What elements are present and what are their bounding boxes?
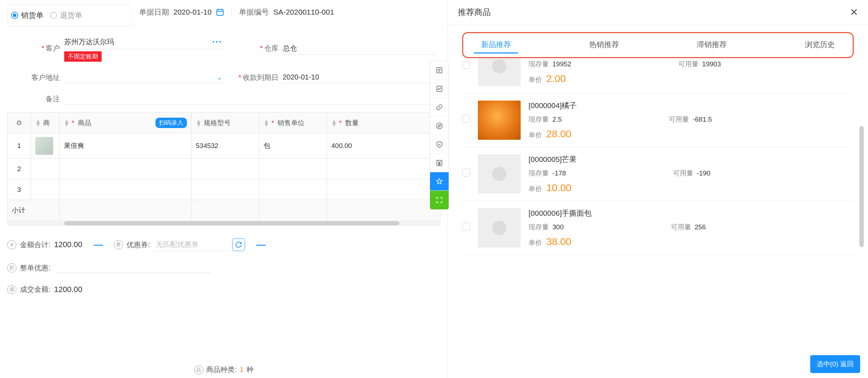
sort-icon[interactable]: ▲▼: [64, 119, 70, 126]
stock-value: -178: [552, 169, 566, 177]
price-value: 28.00: [546, 128, 571, 139]
recommend-item: [0000004]橘子 现存量2.5 可用量-681.5 单价28.00: [462, 93, 854, 147]
deal-label: 成交金额:: [20, 285, 51, 294]
deal-value: 1200.00: [54, 285, 83, 294]
table-row[interactable]: 3: [7, 179, 440, 200]
sort-icon[interactable]: ▲▼: [264, 119, 269, 126]
deal-icon: 成: [7, 285, 16, 294]
due-date-label: 收款到期日: [243, 73, 279, 81]
scan-input-button[interactable]: 扫码录入: [155, 118, 187, 128]
item-name: [0000005]芒果: [529, 154, 854, 164]
gear-icon[interactable]: ⚙: [16, 119, 22, 127]
warehouse-label: 仓库: [264, 44, 279, 52]
cell-spec[interactable]: 534532: [192, 133, 259, 159]
due-date-value[interactable]: 2020-01-10: [283, 73, 319, 81]
warehouse-value[interactable]: 总仓: [283, 44, 297, 52]
vertical-scrollbar[interactable]: [859, 126, 864, 247]
selected-return-button[interactable]: 选中(0) 返回: [810, 355, 861, 373]
cell-product[interactable]: 果倍爽: [60, 133, 192, 159]
toolbar-expand-icon[interactable]: [430, 191, 449, 209]
cell-unit[interactable]: 包: [259, 133, 327, 159]
stock-label: 现存量: [529, 60, 549, 68]
toolbar-chart-icon[interactable]: [430, 80, 449, 98]
price-value: 2.00: [546, 73, 566, 84]
yen-icon: ¥: [7, 240, 16, 249]
remark-input[interactable]: [64, 93, 440, 104]
stock-value: 19952: [552, 60, 571, 68]
tab-slow[interactable]: 滞销推荐: [690, 37, 734, 53]
tab-history[interactable]: 浏览历史: [798, 37, 842, 53]
radio-sales-label: 销货单: [21, 10, 44, 20]
toolbar-swap-icon[interactable]: [430, 117, 449, 135]
doc-date-value[interactable]: 2020-01-10: [173, 8, 211, 16]
tab-new[interactable]: 新品推荐: [474, 37, 518, 53]
address-select[interactable]: ⌄: [64, 72, 222, 83]
toolbar-star-icon[interactable]: [430, 172, 449, 191]
price-label: 单价: [529, 131, 542, 139]
discount-icon: 折: [7, 263, 16, 272]
svg-rect-0: [217, 10, 223, 15]
horizontal-scrollbar[interactable]: [7, 220, 440, 226]
tab-hot[interactable]: 热销推荐: [582, 37, 626, 53]
stock-label: 现存量: [529, 169, 549, 177]
doc-no-value: SA-20200110-001: [273, 8, 334, 16]
sku-count: 1: [240, 366, 244, 374]
col-spec: 规格型号: [204, 118, 231, 128]
item-checkbox[interactable]: [462, 115, 470, 123]
customer-value[interactable]: 苏州万达沃尔玛: [64, 37, 114, 47]
discount-label: 整单优惠:: [20, 263, 51, 273]
item-image: [478, 154, 521, 194]
item-checkbox[interactable]: [462, 169, 470, 177]
minus-icon: —: [256, 239, 265, 250]
toolbar-shield-icon[interactable]: [430, 135, 449, 154]
cell-qty[interactable]: 400.00: [327, 133, 440, 159]
coupon-input[interactable]: 无匹配优惠券: [154, 238, 229, 251]
item-image: [478, 101, 521, 140]
avail-value: 19903: [702, 60, 721, 68]
radio-return-label: 退货单: [60, 10, 82, 20]
chevron-down-icon: ⌄: [217, 73, 222, 81]
avail-label: 可用量: [678, 60, 699, 68]
doc-meta-row: 单据日期 2020-01-10 单据编号 SA-20200110-001: [139, 7, 334, 17]
col-qty: 数量: [345, 118, 359, 128]
coupon-label: 优惠券:: [127, 240, 150, 250]
subtotal-label: 小计: [7, 200, 60, 221]
avail-value: -190: [697, 169, 710, 177]
item-name: [0000006]手撕面包: [529, 208, 854, 218]
stock-label: 现存量: [529, 116, 549, 123]
col-product: 商品: [78, 118, 91, 128]
item-checkbox[interactable]: [462, 223, 470, 230]
sort-icon[interactable]: ▲▼: [196, 119, 201, 126]
avail-label: 可用量: [669, 116, 689, 123]
table-row[interactable]: 2: [7, 159, 440, 179]
sku-unit: 种: [246, 365, 254, 374]
stock-label: 现存量: [529, 223, 549, 231]
toolbar-list-icon[interactable]: [430, 61, 449, 80]
row-index: 1: [7, 133, 31, 159]
sort-icon[interactable]: ▲▼: [331, 119, 337, 126]
toolbar-link-icon[interactable]: [430, 98, 449, 117]
close-icon[interactable]: ✕: [850, 6, 858, 18]
radio-sales-order[interactable]: 销货单: [11, 10, 44, 20]
calendar-icon[interactable]: [216, 8, 224, 16]
item-image: [478, 208, 521, 247]
item-checkbox[interactable]: [462, 61, 470, 69]
order-type-tabs: 销货单 退货单: [7, 4, 132, 26]
sort-icon[interactable]: ▲▼: [35, 119, 41, 126]
refresh-coupon-button[interactable]: [232, 238, 245, 251]
recommend-title: 推荐商品: [458, 7, 491, 18]
svg-point-7: [492, 221, 506, 235]
amount-value: 1200.00: [54, 240, 83, 249]
address-label: 客户地址: [31, 73, 60, 81]
customer-badge: 不固定账期: [64, 51, 102, 62]
toolbar-yen-icon[interactable]: [430, 154, 449, 172]
customer-label: 客户: [46, 44, 60, 52]
discount-input[interactable]: [54, 262, 211, 273]
product-thumbnail: [35, 137, 53, 155]
item-image: [478, 58, 521, 86]
table-row[interactable]: 1 果倍爽 534532 包 400.00: [7, 133, 440, 159]
doc-date-label: 单据日期: [139, 7, 169, 17]
recommend-list: 250ml 现存量19952 可用量19903 单价2.00 [0000004]…: [448, 58, 868, 350]
radio-return-order[interactable]: 退货单: [50, 10, 82, 20]
customer-picker-button[interactable]: ···: [212, 36, 222, 47]
